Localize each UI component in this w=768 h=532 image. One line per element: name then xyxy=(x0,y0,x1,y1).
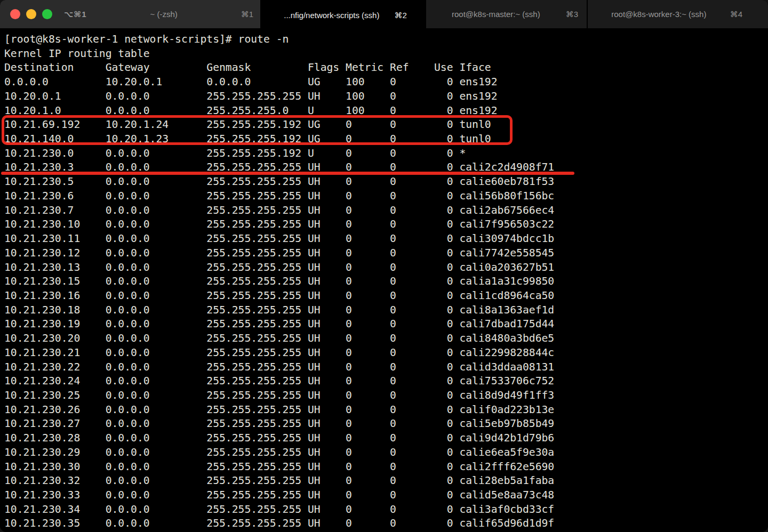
route-row: 10.21.230.33 0.0.0.0 255.255.255.255 UH … xyxy=(4,488,768,503)
terminal-output[interactable]: [root@k8s-worker-1 network-scripts]# rou… xyxy=(0,30,768,532)
tab-title: root@k8s-worker-3:~ (ssh) xyxy=(588,10,730,19)
close-button[interactable] xyxy=(10,9,20,19)
route-row: 10.21.230.0 0.0.0.0 255.255.255.192 U 0 … xyxy=(4,147,768,161)
route-row: 10.21.230.3 0.0.0.0 255.255.255.255 UH 0… xyxy=(4,160,768,175)
route-row: 10.21.230.6 0.0.0.0 255.255.255.255 UH 0… xyxy=(4,189,768,204)
tab-title: ~ (-zsh) xyxy=(87,10,241,19)
route-row: 10.21.230.30 0.0.0.0 255.255.255.255 UH … xyxy=(4,460,768,474)
route-row: 10.21.230.10 0.0.0.0 255.255.255.255 UH … xyxy=(4,217,768,232)
route-row: 10.21.140.0 10.20.1.23 255.255.255.192 U… xyxy=(4,132,768,147)
route-row: 10.21.230.22 0.0.0.0 255.255.255.255 UH … xyxy=(4,360,768,375)
tab-title: root@k8s-master:~ (ssh) xyxy=(426,10,566,19)
minimize-button[interactable] xyxy=(26,9,36,19)
route-row: 10.21.230.18 0.0.0.0 255.255.255.255 UH … xyxy=(4,303,768,318)
route-row: 10.20.1.0 0.0.0.0 255.255.255.0 U 100 0 … xyxy=(4,104,768,118)
tab-shortcut-label: ⌘1 xyxy=(241,10,253,19)
route-row: 10.21.230.29 0.0.0.0 255.255.255.255 UH … xyxy=(4,446,768,460)
route-row: 10.21.230.11 0.0.0.0 255.255.255.255 UH … xyxy=(4,232,768,246)
route-row: 10.21.230.34 0.0.0.0 255.255.255.255 UH … xyxy=(4,503,768,517)
tab-bar: ⌥⌘1 ~ (-zsh) ⌘1 ...nfig/network-scripts … xyxy=(0,0,768,30)
route-row: 10.21.230.19 0.0.0.0 255.255.255.255 UH … xyxy=(4,317,768,332)
route-row: 10.21.230.15 0.0.0.0 255.255.255.255 UH … xyxy=(4,275,768,289)
route-row: 10.21.230.21 0.0.0.0 255.255.255.255 UH … xyxy=(4,346,768,360)
route-row: 10.21.230.20 0.0.0.0 255.255.255.255 UH … xyxy=(4,332,768,346)
route-row: 10.21.230.35 0.0.0.0 255.255.255.255 UH … xyxy=(4,517,768,531)
route-row: 10.21.230.16 0.0.0.0 255.255.255.255 UH … xyxy=(4,289,768,303)
route-row: 10.21.230.12 0.0.0.0 255.255.255.255 UH … xyxy=(4,246,768,261)
tab-shortcut-label: ⌘3 xyxy=(566,10,578,19)
tab-title: ...nfig/network-scripts (ssh) xyxy=(279,11,383,20)
traffic-lights xyxy=(10,9,52,19)
command-line: [root@k8s-worker-1 network-scripts]# rou… xyxy=(4,33,768,47)
route-row: 10.21.230.27 0.0.0.0 255.255.255.255 UH … xyxy=(4,417,768,431)
route-row: 10.21.230.7 0.0.0.0 255.255.255.255 UH 0… xyxy=(4,204,768,218)
tab-shell[interactable]: ⌥⌘1 ~ (-zsh) ⌘1 xyxy=(0,0,260,28)
table-title: Kernel IP routing table xyxy=(4,47,768,61)
route-row: 10.21.230.28 0.0.0.0 255.255.255.255 UH … xyxy=(4,431,768,446)
tab-shortcut-label: ⌘4 xyxy=(730,10,742,19)
route-row: 0.0.0.0 10.20.0.1 0.0.0.0 UG 100 0 0 ens… xyxy=(4,75,768,90)
zoom-button[interactable] xyxy=(42,9,52,19)
route-row: 10.21.230.5 0.0.0.0 255.255.255.255 UH 0… xyxy=(4,175,768,189)
route-row: 10.21.230.32 0.0.0.0 255.255.255.255 UH … xyxy=(4,474,768,488)
route-row: 10.21.230.25 0.0.0.0 255.255.255.255 UH … xyxy=(4,389,768,403)
tab-k8s-master[interactable]: root@k8s-master:~ (ssh) ⌘3 xyxy=(426,0,587,28)
route-row: 10.21.69.192 10.20.1.24 255.255.255.192 … xyxy=(4,118,768,132)
terminal-window: ⌥⌘1 ~ (-zsh) ⌘1 ...nfig/network-scripts … xyxy=(0,0,768,532)
table-header: Destination Gateway Genmask Flags Metric… xyxy=(4,61,768,75)
tab-k8s-worker-3[interactable]: root@k8s-worker-3:~ (ssh) ⌘4 xyxy=(588,0,768,28)
window-shortcut-label: ⌥⌘1 xyxy=(64,10,87,19)
tab-network-scripts-active[interactable]: ...nfig/network-scripts (ssh) ⌘2 xyxy=(261,0,425,30)
route-row: 10.21.230.13 0.0.0.0 255.255.255.255 UH … xyxy=(4,261,768,275)
route-row: 10.21.230.26 0.0.0.0 255.255.255.255 UH … xyxy=(4,403,768,417)
tab-shortcut-label: ⌘2 xyxy=(394,11,406,20)
route-row: 10.20.0.1 0.0.0.0 255.255.255.255 UH 100… xyxy=(4,90,768,104)
route-row: 10.21.230.24 0.0.0.0 255.255.255.255 UH … xyxy=(4,374,768,389)
